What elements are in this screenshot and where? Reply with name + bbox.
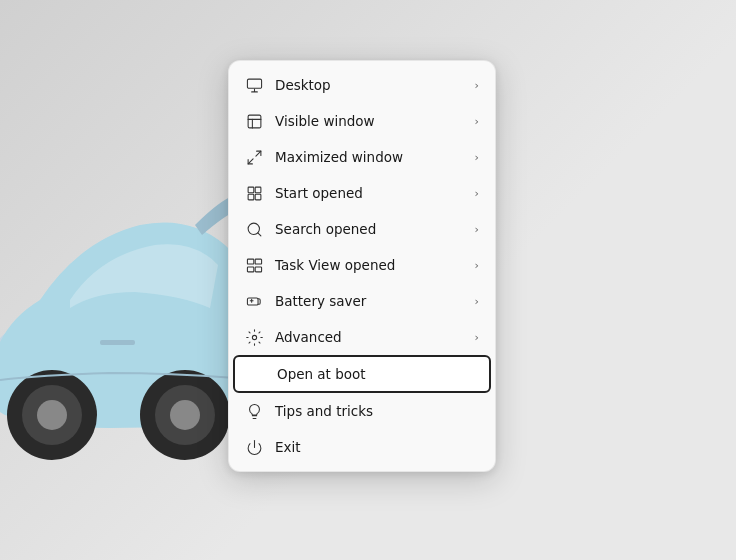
menu-item-search-opened-label: Search opened: [275, 221, 463, 237]
menu-item-advanced-label: Advanced: [275, 329, 463, 345]
svg-point-6: [170, 400, 200, 430]
menu-item-battery-saver-label: Battery saver: [275, 293, 463, 309]
menu-item-exit-label: Exit: [275, 439, 479, 455]
svg-rect-17: [247, 259, 253, 264]
svg-rect-12: [248, 187, 254, 193]
chevron-icon: ›: [475, 187, 479, 200]
svg-rect-7: [100, 340, 135, 345]
context-menu: Desktop › Visible window › Maximized win…: [228, 60, 496, 472]
chevron-icon: ›: [475, 331, 479, 344]
svg-rect-9: [248, 115, 261, 128]
menu-item-tips-tricks-label: Tips and tricks: [275, 403, 479, 419]
menu-item-visible-window-label: Visible window: [275, 113, 463, 129]
menu-item-exit[interactable]: Exit: [229, 429, 495, 465]
menu-item-battery-saver[interactable]: Battery saver ›: [229, 283, 495, 319]
svg-line-11: [248, 158, 253, 163]
menu-item-advanced[interactable]: Advanced ›: [229, 319, 495, 355]
battery-icon: [245, 292, 263, 310]
chevron-icon: ›: [475, 259, 479, 272]
svg-rect-13: [255, 187, 261, 193]
svg-rect-8: [247, 79, 261, 88]
start-opened-icon: [245, 184, 263, 202]
menu-item-desktop-label: Desktop: [275, 77, 463, 93]
chevron-icon: ›: [475, 115, 479, 128]
menu-item-start-opened[interactable]: Start opened ›: [229, 175, 495, 211]
menu-item-start-opened-label: Start opened: [275, 185, 463, 201]
menu-item-open-at-boot-label: Open at boot: [247, 366, 477, 382]
maximized-window-icon: [245, 148, 263, 166]
svg-point-3: [37, 400, 67, 430]
car-decoration: [0, 0, 240, 560]
chevron-icon: ›: [475, 223, 479, 236]
gear-icon: [245, 328, 263, 346]
menu-item-desktop[interactable]: Desktop ›: [229, 67, 495, 103]
menu-item-open-at-boot[interactable]: Open at boot: [233, 355, 491, 393]
svg-rect-20: [255, 266, 261, 271]
chevron-icon: ›: [475, 79, 479, 92]
menu-item-maximized-window-label: Maximized window: [275, 149, 463, 165]
svg-rect-18: [255, 259, 261, 264]
visible-window-icon: [245, 112, 263, 130]
chevron-icon: ›: [475, 151, 479, 164]
power-icon: [245, 438, 263, 456]
svg-point-22: [252, 335, 256, 339]
desktop-icon: [245, 76, 263, 94]
menu-item-visible-window[interactable]: Visible window ›: [229, 103, 495, 139]
svg-rect-19: [247, 266, 253, 271]
search-icon: [245, 220, 263, 238]
menu-item-task-view-label: Task View opened: [275, 257, 463, 273]
menu-item-tips-and-tricks[interactable]: Tips and tricks: [229, 393, 495, 429]
task-view-icon: [245, 256, 263, 274]
chevron-icon: ›: [475, 295, 479, 308]
svg-line-10: [255, 151, 260, 156]
menu-item-maximized-window[interactable]: Maximized window ›: [229, 139, 495, 175]
menu-item-task-view-opened[interactable]: Task View opened ›: [229, 247, 495, 283]
svg-rect-15: [255, 194, 261, 200]
svg-rect-21: [247, 297, 258, 304]
lightbulb-icon: [245, 402, 263, 420]
svg-rect-14: [248, 194, 254, 200]
menu-item-search-opened[interactable]: Search opened ›: [229, 211, 495, 247]
